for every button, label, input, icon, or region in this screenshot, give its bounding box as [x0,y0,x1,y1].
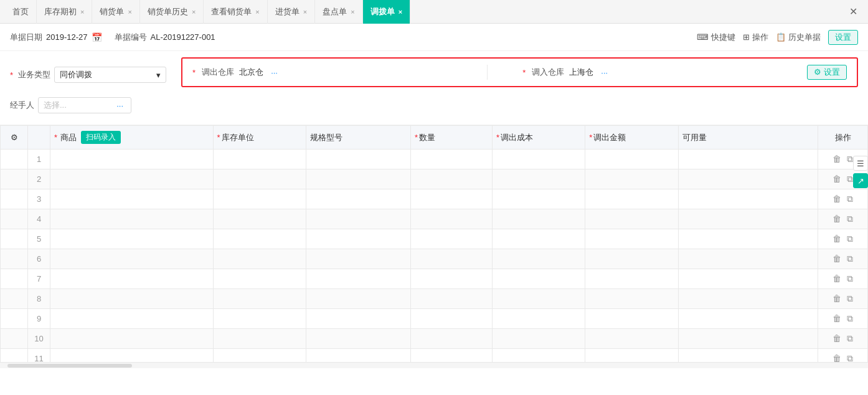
cell-qty-1 [411,150,493,169]
cell-product-10[interactable] [50,329,214,349]
cell-unit-10 [213,329,306,349]
tab-close-transfer[interactable]: × [399,8,402,16]
cell-spec-9 [306,309,410,329]
handler-select[interactable]: 选择... ··· [38,97,131,113]
transfer-out-field: * 调出仓库 北京仓 ··· [192,67,452,78]
cell-product-11[interactable] [50,349,214,363]
cell-product-3[interactable] [50,189,214,209]
cell-cost-9 [492,309,585,329]
copy-icon-2[interactable]: ⧉ [847,174,853,184]
tab-close-sales[interactable]: × [128,8,131,16]
right-sidebar: ☰ ↗ [853,156,868,188]
gear-settings-icon[interactable]: ⚙ [11,133,18,142]
tab-view-sales[interactable]: 查看销货单 × [204,0,267,24]
delete-icon-1[interactable]: 🗑 [833,154,841,164]
cell-qty-7 [411,269,493,289]
table-row: 8 🗑 ⧉ [1,289,868,309]
required-star-business: * [10,70,13,80]
copy-icon-1[interactable]: ⧉ [847,154,853,164]
cell-available-4 [678,209,818,229]
delete-icon-2[interactable]: 🗑 [833,174,841,184]
history-label: 历史单据 [788,32,821,43]
warehouse-divider [487,65,488,80]
scroll-bar[interactable] [0,362,868,368]
sidebar-export-btn[interactable]: ↗ [853,173,868,188]
cell-qty-6 [411,249,493,269]
delete-icon-3[interactable]: 🗑 [833,194,841,204]
col-header-available: 可用量 [678,126,818,150]
cell-index-5: 5 [28,229,50,249]
copy-icon-9[interactable]: ⧉ [847,313,853,323]
cell-settings-2 [1,169,28,189]
cell-amount-6 [585,249,678,269]
tab-close-purchase[interactable]: × [303,8,307,16]
tab-inventory-check[interactable]: 盘点单 × [315,0,362,24]
tab-close-view-sales[interactable]: × [255,8,259,16]
cell-cost-10 [492,329,585,349]
shortcut-action[interactable]: ⌨ 快捷键 [697,32,735,43]
delete-icon-8[interactable]: 🗑 [833,293,841,303]
delete-icon-10[interactable]: 🗑 [833,333,841,343]
copy-icon-10[interactable]: ⧉ [847,333,853,343]
table-row: 9 🗑 ⧉ [1,309,868,329]
transfer-in-label: 调入仓库 [532,67,564,78]
tab-sales[interactable]: 销货单 × [92,0,139,24]
cell-product-8[interactable] [50,289,214,309]
col-header-index [28,126,50,150]
tab-inventory-init[interactable]: 库存期初 × [37,0,92,24]
cell-amount-11 [585,349,678,363]
business-type-field: * 业务类型 同价调拨 ▾ [10,67,166,83]
tab-sales-history[interactable]: 销货单历史 × [140,0,204,24]
cell-product-7[interactable] [50,269,214,289]
cell-cost-11 [492,349,585,363]
copy-icon-6[interactable]: ⧉ [847,254,853,264]
tab-close-sales-history[interactable]: × [192,8,196,16]
transfer-in-more-btn[interactable]: ··· [598,68,610,77]
col-header-spec: 规格型号 [306,126,410,150]
handler-more-btn[interactable]: ··· [114,101,126,110]
col-header-settings[interactable]: ⚙ [1,126,28,150]
doc-number-value: AL-20191227-001 [151,32,215,42]
transfer-out-more-btn[interactable]: ··· [268,68,280,77]
copy-icon-8[interactable]: ⧉ [847,293,853,303]
copy-icon-3[interactable]: ⧉ [847,194,853,204]
table-row: 1 🗑 ⧉ [1,150,868,169]
cell-product-1[interactable] [50,150,214,169]
tab-bar: 首页 库存期初 × 销货单 × 销货单历史 × 查看销货单 × 进货单 × 盘点… [0,0,868,24]
copy-icon-7[interactable]: ⧉ [847,274,853,283]
items-table: ⚙ * 商品 扫码录入 *库存单位 规格型号 *数量 [0,125,868,362]
delete-icon-6[interactable]: 🗑 [833,254,841,264]
delete-icon-4[interactable]: 🗑 [833,214,841,224]
cell-product-6[interactable] [50,249,214,269]
window-close-button[interactable]: ✕ [843,0,863,24]
tab-transfer[interactable]: 调拨单 × [363,0,410,24]
tab-home[interactable]: 首页 [5,0,37,24]
warehouse-settings-button[interactable]: ⚙ 设置 [807,65,847,80]
delete-icon-11[interactable]: 🗑 [833,353,841,362]
sidebar-list-btn[interactable]: ☰ [853,156,868,171]
cell-product-2[interactable] [50,169,214,189]
cell-product-5[interactable] [50,229,214,249]
tab-purchase[interactable]: 进货单 × [268,0,315,24]
settings-button[interactable]: 设置 [828,30,858,45]
delete-icon-7[interactable]: 🗑 [833,274,841,283]
cell-cost-4 [492,209,585,229]
tab-close-inventory-check[interactable]: × [351,8,354,16]
scan-button[interactable]: 扫码录入 [81,131,121,144]
tab-close-inventory-init[interactable]: × [80,8,84,16]
cell-product-4[interactable] [50,209,214,229]
delete-icon-5[interactable]: 🗑 [833,234,841,244]
copy-icon-5[interactable]: ⧉ [847,234,853,244]
business-type-select[interactable]: 同价调拨 ▾ [54,67,166,83]
delete-icon-9[interactable]: 🗑 [833,313,841,323]
calendar-icon[interactable]: 📅 [92,32,102,42]
history-action[interactable]: 📋 历史单据 [776,32,821,43]
form-area: * 业务类型 同价调拨 ▾ * 调出仓库 北京仓 ··· * 调入仓库 上海仓 … [0,51,868,125]
operate-action[interactable]: ⊞ 操作 [743,32,768,43]
copy-icon-11[interactable]: ⧉ [847,353,853,362]
copy-icon-4[interactable]: ⧉ [847,214,853,224]
cell-product-9[interactable] [50,309,214,329]
col-header-unit: *库存单位 [213,126,306,150]
cell-spec-11 [306,349,410,363]
cell-unit-3 [213,189,306,209]
